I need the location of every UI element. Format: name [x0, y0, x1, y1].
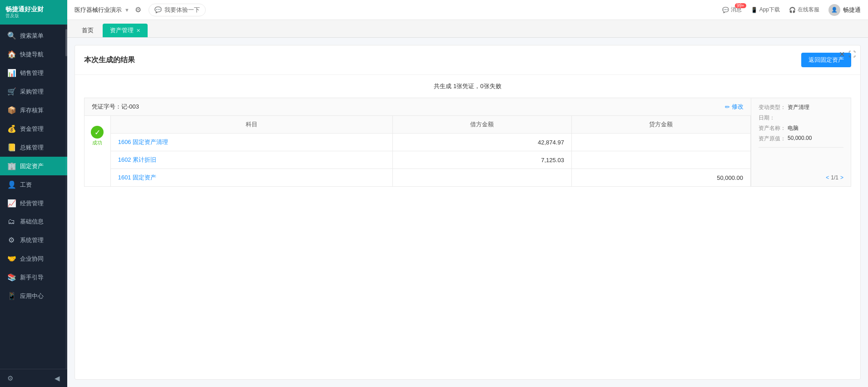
sidebar-item-inventory[interactable]: 📦 库存核算 [0, 101, 67, 119]
success-check-icon: ✓ [91, 126, 104, 139]
success-indicator: ✓ 成功 [84, 116, 111, 186]
company-name: 医疗器械行业演示 [74, 6, 122, 14]
asset-name-row: 资产名称： 电脑 [759, 124, 843, 132]
payroll-icon: 👤 [7, 180, 15, 189]
settings-icon[interactable]: ⚙ [7, 374, 13, 382]
collab-icon: 🤝 [7, 254, 15, 263]
settings-gear-icon[interactable]: ⚙ [135, 5, 141, 14]
sidebar-item-label: 采购管理 [20, 88, 44, 96]
fixed-assets-icon: 🏢 [7, 162, 15, 170]
sidebar-item-collab[interactable]: 🤝 企业协同 [0, 249, 67, 268]
side-info-panel: 变动类型： 资产清理 日期： 资产名称： 电脑 资产原值： 50,000.00 [751, 98, 851, 186]
sidebar-item-label: 总账管理 [20, 144, 44, 152]
guide-icon: 📚 [7, 273, 15, 282]
page-panel: ✕ ⛶ 本次生成的结果 返回固定资产 共生成 1张凭证，0张失败 凭证字号：记-… [74, 45, 861, 380]
voucher-header: 凭证字号：记-003 ✏ 修改 [84, 98, 751, 116]
feedback-button[interactable]: 💬 我要体验一下 [149, 4, 206, 16]
debit-cell: 42,874.97 [392, 134, 571, 151]
success-text: 成功 [92, 139, 102, 146]
sidebar-item-label: 销售管理 [20, 69, 44, 77]
app-download-button[interactable]: 📱 App下载 [751, 6, 780, 14]
tab-home[interactable]: 首页 [74, 24, 101, 37]
change-type-row: 变动类型： 资产清理 [759, 104, 843, 111]
asset-name-label: 资产名称： [759, 124, 786, 132]
service-label: 在线客服 [798, 6, 819, 14]
sidebar-item-label: 经营管理 [20, 199, 44, 208]
success-badge: ✓ 成功 [85, 120, 109, 152]
tab-close-icon[interactable]: ✕ [136, 28, 140, 34]
search-icon: 🔍 [7, 31, 15, 40]
online-service-button[interactable]: 🎧 在线客服 [789, 6, 819, 14]
edit-button[interactable]: ✏ 修改 [725, 103, 744, 111]
asset-value-value: 50,000.00 [788, 135, 812, 141]
tabbar: 首页 资产管理 ✕ [67, 20, 868, 38]
side-info-pagination: < 1/1 > [759, 174, 843, 181]
sidebar-item-app-center[interactable]: 📱 应用中心 [0, 287, 67, 305]
table-row: 1601 固定资产 50,000.00 [111, 169, 751, 187]
side-info-divider [759, 147, 843, 148]
sidebar-item-search[interactable]: 🔍 搜索菜单 [0, 26, 67, 45]
app-download-icon: 📱 [751, 7, 758, 13]
sidebar-menu: 🔍 搜索菜单 🏠 快捷导航 📊 销售管理 🛒 采购管理 📦 库存核算 💰 资金管… [0, 25, 67, 369]
tab-asset-mgmt[interactable]: 资产管理 ✕ [103, 24, 148, 37]
table-row: 1606 固定资产清理 42,874.97 [111, 134, 751, 151]
credit-cell [571, 151, 750, 169]
message-icon: 💬 [722, 7, 729, 13]
message-button[interactable]: 💬 消息 99+ [722, 6, 742, 14]
sidebar-item-label: 新手引导 [20, 273, 44, 282]
subject-cell: 1606 固定资产清理 [111, 134, 393, 151]
company-selector[interactable]: 医疗器械行业演示 ▼ [74, 6, 129, 14]
panel-controls: ✕ ⛶ [839, 50, 856, 59]
ledger-icon: 📒 [7, 143, 15, 152]
topbar: 医疗器械行业演示 ▼ ⚙ 💬 我要体验一下 💬 消息 99+ 📱 App下载 🎧… [67, 0, 868, 20]
finance-icon: 💰 [7, 124, 15, 133]
asset-value-row: 资产原值： 50,000.00 [759, 135, 843, 143]
table-row: 1602 累计折旧 7,125.03 [111, 151, 751, 169]
col-debit: 借方金额 [392, 116, 571, 134]
next-page-icon[interactable]: > [840, 174, 843, 181]
sidebar-item-basic-info[interactable]: 🗂 基础信息 [0, 213, 67, 231]
tab-asset-label: 资产管理 [110, 26, 134, 35]
col-subject: 科目 [111, 116, 393, 134]
sidebar-item-finance[interactable]: 💰 资金管理 [0, 119, 67, 138]
system-icon: ⚙ [7, 236, 15, 244]
expand-panel-icon[interactable]: ⛶ [848, 50, 856, 59]
voucher-table: 科目 借方金额 贷方金额 1606 固定资产清理 42,874.97 [111, 116, 751, 186]
sidebar-item-ops[interactable]: 📈 经营管理 [0, 194, 67, 213]
sidebar-item-fixed-assets[interactable]: 🏢 固定资产 [0, 157, 67, 175]
sidebar-item-quick-nav[interactable]: 🏠 快捷导航 [0, 45, 67, 64]
sidebar-item-purchase[interactable]: 🛒 采购管理 [0, 82, 67, 101]
sidebar-item-label: 资金管理 [20, 125, 44, 133]
purchase-icon: 🛒 [7, 87, 15, 96]
collapse-icon[interactable]: ◀ [55, 374, 60, 382]
main-area: 医疗器械行业演示 ▼ ⚙ 💬 我要体验一下 💬 消息 99+ 📱 App下载 🎧… [67, 0, 868, 387]
service-icon: 🎧 [789, 7, 796, 13]
change-type-label: 变动类型： [759, 104, 786, 111]
sidebar-item-label: 固定资产 [20, 162, 44, 170]
sidebar-item-label: 搜索菜单 [20, 32, 44, 40]
pagination-text: 1/1 [831, 174, 838, 181]
app-download-label: App下载 [759, 6, 780, 14]
table-main: ✓ 成功 科目 借方金额 贷方金额 [84, 116, 751, 186]
sidebar: 畅捷通好业财 普及版 🔍 搜索菜单 🏠 快捷导航 📊 销售管理 🛒 采购管理 📦… [0, 0, 67, 387]
sidebar-item-label: 企业协同 [20, 255, 44, 263]
sidebar-item-label: 基础信息 [20, 218, 44, 226]
voucher-number: 凭证字号：记-003 [92, 103, 139, 111]
user-menu[interactable]: 👤 畅捷通 [828, 4, 861, 16]
app-center-icon: 📱 [7, 292, 15, 300]
col-credit: 贷方金额 [571, 116, 750, 134]
sidebar-item-guide[interactable]: 📚 新手引导 [0, 268, 67, 287]
sidebar-item-sales[interactable]: 📊 销售管理 [0, 64, 67, 82]
app-edition: 普及版 [5, 13, 44, 19]
table-area: 凭证字号：记-003 ✏ 修改 ✓ 成功 [84, 98, 851, 187]
close-panel-icon[interactable]: ✕ [839, 50, 845, 59]
prev-page-icon[interactable]: < [826, 174, 829, 181]
sidebar-item-payroll[interactable]: 👤 工资 [0, 175, 67, 194]
username: 畅捷通 [843, 6, 861, 14]
topbar-right: 💬 消息 99+ 📱 App下载 🎧 在线客服 👤 畅捷通 [722, 4, 861, 16]
edit-icon: ✏ [725, 104, 730, 110]
summary-line: 共生成 1张凭证，0张失败 [75, 75, 860, 98]
sidebar-item-system[interactable]: ⚙ 系统管理 [0, 231, 67, 249]
credit-cell [571, 134, 750, 151]
sidebar-item-ledger[interactable]: 📒 总账管理 [0, 138, 67, 157]
